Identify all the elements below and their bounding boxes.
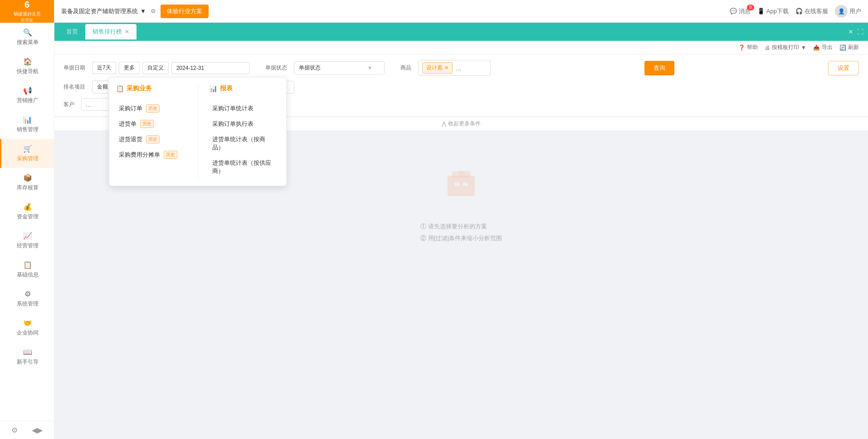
dropdown-item-purchase-expense[interactable]: 采购费用分摊单 历史 [116, 147, 186, 163]
date-label: 单据日期 [63, 64, 85, 72]
inventory-icon: 📦 [23, 173, 32, 182]
history-badge-1: 历史 [140, 120, 154, 128]
sidebar-nav: 🔍 搜索菜单 🏠 快捷导航 📢 营销推广 📊 销售管理 🛒 采购管理 📦 库存核… [0, 23, 54, 421]
history-badge-2: 历史 [146, 135, 160, 143]
purchase-icon: 🛒 [23, 144, 32, 153]
home-icon: 🏠 [23, 57, 32, 66]
tab-home-label: 首页 [66, 28, 78, 36]
empty-illustration [439, 158, 484, 212]
solution-button[interactable]: 体验行业方案 [161, 5, 209, 18]
goods-dots[interactable]: ... [455, 64, 461, 72]
tab-home[interactable]: 首页 [59, 24, 85, 39]
settings-button[interactable]: 设置 [828, 61, 859, 75]
dropdown-item-purchase-order[interactable]: 采购订单 历史 [116, 101, 186, 116]
user-btn[interactable]: 👤 用户 [835, 5, 861, 18]
operation-icon: 📈 [23, 232, 32, 240]
newbie-icon: 📖 [23, 348, 32, 356]
goods-tag-close[interactable]: ✕ [444, 65, 449, 71]
app-download-btn[interactable]: 📱 App下载 [757, 7, 789, 15]
sidebar-item-search[interactable]: 🔍 搜索菜单 [0, 23, 54, 52]
topbar-actions: 💬 消息 9 📱 App下载 🎧 在线客服 👤 用户 [730, 5, 861, 18]
empty-text: ① 请先选择要分析的方案 ② 用[过滤]条件来缩小分析范围 [420, 221, 502, 244]
sidebar-item-finance[interactable]: 💰 资金管理 [0, 197, 54, 226]
sidebar-item-system[interactable]: ⚙ 系统管理 [0, 284, 54, 313]
history-badge-3: 历史 [164, 151, 177, 159]
message-icon: 💬 [730, 8, 737, 15]
dropdown-item-purchase-return[interactable]: 进货退货 历史 [116, 132, 186, 147]
query-button[interactable]: 查询 [644, 61, 674, 75]
dropdown-arrow-icon: ▼ [140, 8, 146, 15]
export-icon: 📤 [813, 44, 820, 51]
export-btn[interactable]: 📤 导出 [813, 44, 833, 51]
logo-icon: 6 [24, 0, 29, 10]
status-label: 单据状态 [265, 64, 287, 72]
online-service-btn[interactable]: 🎧 在线客服 [795, 7, 828, 15]
dropdown-item-report-order-stats[interactable]: 采购订单统计表 [210, 101, 280, 116]
rank-label: 排名项目 [63, 83, 85, 91]
goods-label: 商品 [400, 64, 411, 72]
sidebar-collapse-btn[interactable]: ◀▶ [32, 426, 43, 434]
sidebar-settings-btn[interactable]: ⚙ [11, 426, 18, 434]
dropdown-purchase-col: 📋 采购业务 采购订单 历史 进货单 历史 进货退货 历史 采购费用分摊单 [116, 84, 186, 179]
goods-tag: 设计素 ✕ [422, 62, 453, 74]
svg-rect-4 [463, 183, 468, 186]
base-info-icon: 📋 [23, 261, 32, 269]
date-filter-group: 近7天 更多 自定义 [92, 62, 249, 74]
dropdown-item-report-order-exec[interactable]: 采购订单执行表 [210, 116, 280, 132]
dropdown-report-title: 📊 报表 [210, 84, 280, 95]
system-icon: ⚙ [24, 290, 31, 298]
tab-window-controls: ✕ ⛶ [848, 28, 863, 35]
date-custom-btn[interactable]: 自定义 [142, 62, 169, 74]
print-label: 按模板打印 [772, 44, 799, 51]
customer-dots[interactable]: ... [85, 100, 91, 109]
svg-rect-3 [454, 183, 460, 186]
sidebar-item-marketing[interactable]: 📢 营销推广 [0, 81, 54, 110]
sidebar-item-base-info[interactable]: 📋 基础信息 [0, 255, 54, 284]
dropdown-purchase-title: 📋 采购业务 [116, 84, 186, 95]
print-btn[interactable]: 🖨 按模板打印 ▼ [765, 44, 806, 51]
purchase-title-icon: 📋 [116, 85, 124, 92]
help-btn[interactable]: ❓ 帮助 [738, 44, 758, 51]
collapse-up-icon: ⋀ [442, 121, 446, 127]
dropdown-divider [198, 84, 198, 179]
sidebar-bottom: ⚙ ◀▶ [0, 421, 54, 439]
sidebar-logo: 6 畅捷通好生意 标准版 [0, 0, 54, 23]
goods-filter: 设计素 ✕ ... [418, 60, 491, 76]
system-title-text: 装备及固定资产辅助管理系统 [61, 7, 138, 15]
print-icon: 🖨 [765, 44, 770, 51]
status-select[interactable]: 单据状态 ▼ [294, 61, 385, 74]
refresh-icon: 🔄 [839, 44, 846, 51]
topbar-settings-icon[interactable]: ⚙ [151, 8, 156, 15]
date-more-btn[interactable]: 更多 [119, 62, 140, 74]
date-input[interactable] [171, 62, 249, 74]
phone-icon: 📱 [757, 8, 765, 15]
marketing-icon: 📢 [23, 86, 32, 95]
sidebar-item-enterprise[interactable]: 🤝 企业协同 [0, 313, 54, 342]
dropdown-item-report-receipt-goods[interactable]: 进货单统计表（按商品） [210, 132, 280, 155]
report-title-icon: 📊 [210, 85, 217, 92]
collapse-label: 收起更多条件 [448, 120, 481, 128]
sidebar: 6 畅捷通好生意 标准版 🔍 搜索菜单 🏠 快捷导航 📢 营销推广 📊 销售管理… [0, 0, 54, 439]
sidebar-item-inventory[interactable]: 📦 库存核算 [0, 168, 54, 197]
sidebar-item-sales[interactable]: 📊 销售管理 [0, 110, 54, 139]
tab-close-icon[interactable]: ✕ [125, 29, 129, 35]
date-7days-btn[interactable]: 近7天 [92, 62, 116, 74]
customer-label: 客户 [63, 101, 74, 109]
dropdown-item-report-receipt-supplier[interactable]: 进货单统计表（按供应商） [210, 155, 280, 179]
notifications-btn[interactable]: 💬 消息 9 [730, 7, 751, 15]
window-maximize-btn[interactable]: ⛶ [857, 28, 863, 35]
dropdown-item-purchase-receipt[interactable]: 进货单 历史 [116, 116, 186, 132]
tab-sales-ranking[interactable]: 销售排行榜 ✕ [85, 24, 137, 39]
refresh-btn[interactable]: 🔄 刷新 [839, 44, 859, 51]
enterprise-icon: 🤝 [23, 319, 32, 327]
logo-text: 畅捷通好生意 标准版 [14, 11, 41, 23]
finance-icon: 💰 [23, 202, 32, 211]
sidebar-item-purchase[interactable]: 🛒 采购管理 [0, 139, 54, 168]
status-select-value: 单据状态 [299, 64, 321, 72]
system-title-selector[interactable]: 装备及固定资产辅助管理系统 ▼ [61, 7, 146, 15]
sidebar-item-operation[interactable]: 📈 经营管理 [0, 226, 54, 255]
tabbar: 首页 销售排行榜 ✕ ✕ ⛶ [54, 23, 868, 41]
window-close-btn[interactable]: ✕ [848, 28, 853, 35]
sidebar-item-quick-nav[interactable]: 🏠 快捷导航 [0, 52, 54, 81]
sidebar-item-newbie[interactable]: 📖 新手引导 [0, 342, 54, 371]
